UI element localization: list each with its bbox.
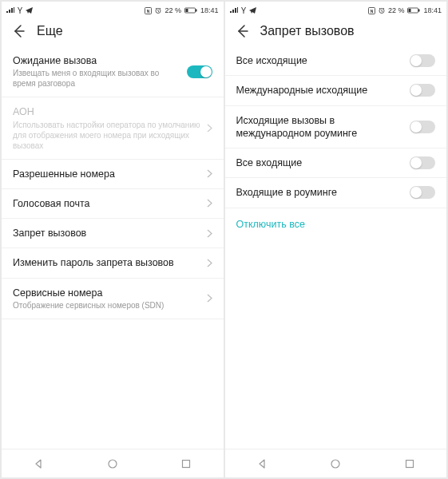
svg-rect-7	[183, 460, 190, 467]
toggle-switch[interactable]	[410, 54, 435, 67]
row-label: Все исходящие	[236, 54, 404, 67]
nav-recent-icon[interactable]	[404, 458, 415, 469]
svg-point-14	[331, 460, 339, 468]
row-label: Голосовая почта	[13, 197, 200, 210]
nfc-icon: N	[368, 7, 375, 14]
page-title: Запрет вызовов	[260, 24, 355, 38]
signal-icon	[6, 7, 14, 14]
svg-rect-15	[406, 460, 413, 467]
nfc-icon: N	[145, 7, 152, 14]
svg-text:N: N	[147, 8, 150, 13]
row-incoming-roaming[interactable]: Входящие в роуминге	[225, 178, 447, 208]
back-icon[interactable]	[11, 24, 26, 38]
toggle-switch[interactable]	[410, 121, 435, 133]
time: 18:41	[200, 6, 219, 14]
alarm-icon	[155, 7, 161, 14]
row-disable-all[interactable]: Отключить все	[225, 208, 447, 239]
yandex-icon	[17, 7, 23, 14]
svg-point-6	[109, 460, 117, 468]
row-label: Разрешенные номера	[13, 168, 200, 180]
chevron-right-icon	[207, 294, 212, 303]
link-label: Отключить все	[236, 219, 305, 230]
svg-rect-12	[418, 10, 420, 12]
battery-icon	[184, 7, 197, 14]
svg-rect-5	[185, 9, 188, 12]
yandex-icon	[240, 7, 247, 14]
row-label: Сервисные номера	[13, 287, 200, 299]
row-label: Изменить пароль запрета вызовов	[13, 256, 200, 269]
chevron-right-icon	[207, 169, 212, 178]
row-label: Ожидание вызова	[13, 54, 180, 67]
back-icon[interactable]	[235, 24, 249, 38]
chevron-right-icon	[207, 124, 212, 133]
row-all-outgoing[interactable]: Все исходящие	[225, 46, 447, 76]
svg-text:N: N	[371, 8, 374, 13]
barring-list: Все исходящие Международные исходящие Ис…	[225, 46, 447, 449]
svg-rect-4	[196, 10, 197, 12]
status-bar: N 22 % 18:41	[2, 2, 224, 18]
toggle-switch[interactable]	[187, 65, 212, 78]
row-outgoing-roaming[interactable]: Исходящие вызовы в международном роуминг…	[225, 106, 447, 149]
nav-back-icon[interactable]	[256, 458, 268, 469]
row-label: Запрет вызовов	[13, 227, 200, 240]
row-all-incoming[interactable]: Все входящие	[225, 148, 447, 178]
status-left	[230, 7, 256, 14]
nav-bar	[2, 449, 224, 477]
header: Запрет вызовов	[225, 18, 447, 46]
row-caller-id[interactable]: АОН Использовать настройки оператора по …	[2, 97, 224, 159]
row-desc: Использовать настройки оператора по умол…	[13, 120, 200, 151]
row-label: Входящие в роуминге	[236, 186, 404, 199]
row-allowed-numbers[interactable]: Разрешенные номера	[2, 160, 224, 189]
row-change-password[interactable]: Изменить пароль запрета вызовов	[2, 248, 224, 278]
alarm-icon	[379, 7, 385, 14]
row-call-waiting[interactable]: Ожидание вызова Извещать меня о входящих…	[2, 46, 224, 97]
phone-right: N 22 % 18:41 Запрет вызовов Все исходящи…	[225, 2, 447, 477]
header: Еще	[2, 18, 224, 46]
row-label: Исходящие вызовы в международном роуминг…	[236, 114, 404, 141]
nav-home-icon[interactable]	[330, 458, 341, 469]
battery-text: 22 %	[165, 6, 181, 14]
row-call-barring[interactable]: Запрет вызовов	[2, 219, 224, 248]
telegram-icon	[26, 7, 33, 14]
row-desc: Отображение сервисных номеров (SDN)	[13, 300, 200, 311]
toggle-switch[interactable]	[410, 186, 435, 199]
page-title: Еще	[37, 24, 63, 38]
nav-bar	[225, 449, 447, 477]
row-label: Международные исходящие	[236, 84, 404, 97]
chevron-right-icon	[207, 229, 212, 238]
status-bar: N 22 % 18:41	[225, 2, 447, 18]
status-right: N 22 % 18:41	[368, 6, 442, 14]
row-voicemail[interactable]: Голосовая почта	[2, 189, 224, 219]
phone-left: N 22 % 18:41 Еще Ожидание вызова Извещат…	[2, 2, 224, 477]
nav-recent-icon[interactable]	[180, 458, 192, 469]
svg-rect-13	[409, 9, 411, 12]
battery-text: 22 %	[388, 6, 405, 14]
battery-icon	[407, 7, 420, 14]
nav-back-icon[interactable]	[33, 458, 44, 469]
settings-list: Ожидание вызова Извещать меня о входящих…	[2, 46, 224, 449]
row-desc: Извещать меня о входящих вызовах во врем…	[13, 68, 180, 89]
chevron-right-icon	[207, 199, 212, 208]
nav-home-icon[interactable]	[107, 458, 118, 469]
time: 18:41	[423, 6, 442, 14]
row-intl-outgoing[interactable]: Международные исходящие	[225, 76, 447, 105]
status-left	[6, 7, 33, 14]
signal-icon	[230, 7, 238, 14]
row-label: Все входящие	[236, 156, 404, 169]
row-label: АОН	[13, 105, 200, 118]
telegram-icon	[249, 7, 256, 14]
chevron-right-icon	[207, 259, 212, 267]
status-right: N 22 % 18:41	[145, 6, 218, 14]
row-service-numbers[interactable]: Сервисные номера Отображение сервисных н…	[2, 279, 224, 319]
toggle-switch[interactable]	[410, 84, 435, 97]
toggle-switch[interactable]	[410, 156, 435, 169]
